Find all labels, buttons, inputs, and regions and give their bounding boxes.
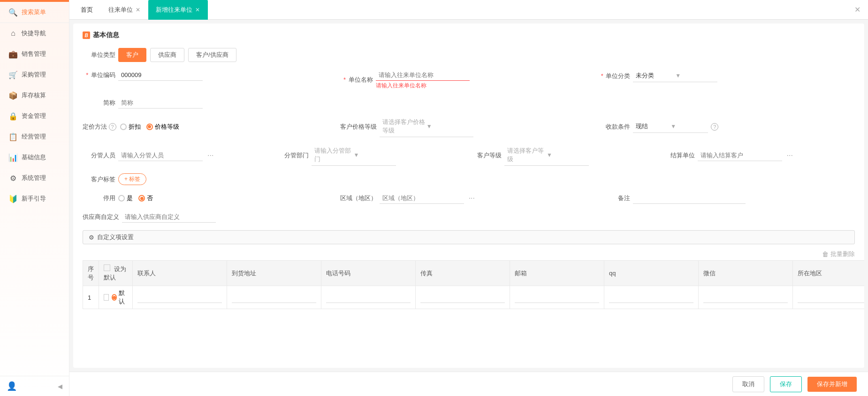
pricing-help-icon[interactable]: ? — [109, 123, 116, 131]
disabled-no-circle — [138, 195, 145, 202]
payment-terms-help-icon[interactable]: ? — [711, 123, 718, 131]
tab-partner-list-close[interactable]: ✕ — [136, 7, 140, 13]
row-checkbox[interactable] — [104, 294, 109, 301]
notes-input[interactable] — [633, 193, 746, 204]
pricing-radio-discount-label: 折扣 — [129, 123, 141, 131]
disabled-radio-yes[interactable]: 是 — [118, 194, 133, 202]
sidebar-item-basic-info[interactable]: 📊 基础信息 — [0, 147, 69, 168]
wechat-input[interactable] — [703, 292, 788, 303]
region-label: 区域（地区） — [340, 194, 377, 202]
select-all-checkbox[interactable] — [104, 264, 110, 271]
cell-email — [510, 286, 604, 309]
address-input[interactable] — [232, 292, 316, 303]
home-icon: ⌂ — [8, 29, 18, 38]
default-radio-circle — [112, 294, 117, 301]
sales-icon: 💼 — [8, 49, 18, 59]
short-name-input[interactable] — [118, 97, 203, 109]
cell-fax — [416, 286, 510, 309]
disabled-field: 停用 是 否 — [83, 194, 340, 202]
supplier-custom-label: 供应商自定义 — [83, 213, 119, 221]
purchase-icon: 🛒 — [8, 70, 18, 79]
sidebar-item-system[interactable]: ⚙ 系统管理 — [0, 168, 69, 188]
notes-label: 备注 — [597, 194, 630, 202]
type-btn-supplier[interactable]: 供应商 — [150, 48, 184, 62]
email-input[interactable] — [515, 292, 599, 303]
unit-name-error: 请输入往来单位名称 — [376, 82, 470, 90]
unit-category-select[interactable]: 未分类 ▼ — [633, 70, 717, 82]
fax-input[interactable] — [420, 292, 505, 303]
settlement-unit-more-button[interactable]: ··· — [785, 151, 795, 160]
pricing-radio-price-level[interactable]: 价格等级 — [146, 123, 179, 131]
cell-address — [227, 286, 321, 309]
batch-delete-label[interactable]: 批量删除 — [830, 250, 855, 258]
unit-code-field: * 单位编码 — [83, 70, 340, 81]
unit-category-value: 未分类 — [636, 71, 675, 80]
supplier-custom-input[interactable] — [122, 211, 216, 223]
contact-input[interactable] — [137, 292, 222, 303]
type-btn-customer[interactable]: 客户 — [118, 48, 146, 62]
settlement-unit-field: 结算单位 ··· — [662, 150, 855, 161]
sidebar-item-operations[interactable]: 📋 经营管理 — [0, 126, 69, 147]
type-btn-both[interactable]: 客户/供应商 — [188, 48, 236, 62]
tab-add-partner-close[interactable]: ✕ — [195, 7, 200, 13]
inventory-icon: 📦 — [8, 91, 18, 100]
sidebar-item-inventory[interactable]: 📦 库存核算 — [0, 85, 69, 106]
disabled-yes-label: 是 — [127, 194, 133, 202]
col-qq: qq — [604, 261, 699, 286]
manager-row: 分管人员 ··· 分管部门 请输入分管部门 ▼ 客户等级 请选择客户等级 ▼ 结… — [83, 145, 855, 166]
operations-icon: 📋 — [8, 132, 18, 141]
custom-settings-button[interactable]: ⚙ 自定义项设置 — [83, 230, 855, 244]
customer-price-level-select[interactable]: 请选择客户价格等级 ▼ — [380, 116, 473, 137]
phone-input[interactable] — [326, 292, 411, 303]
region-table-input[interactable] — [798, 292, 864, 303]
manager-more-button[interactable]: ··· — [206, 151, 215, 160]
tab-add-partner[interactable]: 新增往来单位 ✕ — [148, 0, 208, 20]
region-input[interactable] — [380, 193, 464, 204]
sidebar-item-search[interactable]: 🔍 搜索菜单 — [0, 2, 69, 23]
pricing-radio-price-level-label: 价格等级 — [155, 123, 179, 131]
tab-home[interactable]: 首页 — [73, 0, 101, 20]
payment-terms-field: 收款条件 现结 ▼ ? — [597, 120, 855, 133]
save-button[interactable]: 保存 — [770, 376, 802, 392]
payment-terms-select[interactable]: 现结 ▼ — [633, 120, 708, 133]
tab-add-partner-label: 新增往来单位 — [156, 6, 192, 14]
pricing-field: 定价方法 ? 折扣 价格等级 — [83, 123, 340, 131]
dept-select[interactable]: 请输入分管部门 ▼ — [312, 145, 396, 166]
region-field: 区域（地区） ··· — [340, 193, 598, 204]
sidebar-item-quick-nav[interactable]: ⌂ 快捷导航 — [0, 23, 69, 44]
add-tag-label: + 标签 — [124, 175, 140, 183]
table-header-row: 序号 设为默认 联系人 到货地址 电话号码 传真 邮箱 qq 微信 所在地区 操… — [83, 261, 865, 286]
sidebar-sales-label: 销售管理 — [22, 50, 46, 58]
sidebar-item-sales[interactable]: 💼 销售管理 — [0, 44, 69, 64]
cell-seq: 1 — [83, 286, 99, 309]
sidebar-item-finance[interactable]: 🔒 资金管理 — [0, 106, 69, 126]
add-tag-button[interactable]: + 标签 — [118, 173, 146, 185]
unit-name-input[interactable] — [376, 70, 470, 81]
pricing-radio-discount[interactable]: 折扣 — [120, 123, 141, 131]
sidebar-item-guide[interactable]: 🔰 新手引导 — [0, 188, 69, 209]
qq-input[interactable] — [609, 292, 693, 303]
col-contact: 联系人 — [133, 261, 227, 286]
manager-input[interactable] — [118, 150, 203, 161]
tag-row: 客户标签 + 标签 — [83, 173, 855, 185]
settlement-unit-input[interactable] — [698, 150, 782, 161]
col-region: 所在地区 — [793, 261, 865, 286]
col-fax: 传真 — [416, 261, 510, 286]
default-radio[interactable]: 默认 — [112, 289, 128, 306]
unit-code-input[interactable] — [118, 70, 203, 81]
sidebar-item-purchase[interactable]: 🛒 采购管理 — [0, 64, 69, 85]
close-all-tabs-button[interactable]: ✕ — [851, 3, 864, 16]
cancel-button[interactable]: 取消 — [732, 376, 764, 392]
system-icon: ⚙ — [8, 173, 18, 183]
expand-icon[interactable]: ◀ — [58, 383, 62, 390]
customer-level-select[interactable]: 请选择客户等级 ▼ — [504, 145, 589, 166]
tag-field: 客户标签 + 标签 — [83, 173, 855, 185]
col-address: 到货地址 — [227, 261, 321, 286]
region-more-button[interactable]: ··· — [467, 194, 477, 202]
tab-partner-list[interactable]: 往来单位 ✕ — [101, 0, 148, 20]
batch-delete-icon: 🗑 — [822, 250, 829, 258]
customer-price-level-label: 客户价格等级 — [340, 123, 377, 131]
disabled-radio-no[interactable]: 否 — [138, 194, 153, 202]
save-new-button[interactable]: 保存并新增 — [807, 377, 857, 392]
contacts-table: 序号 设为默认 联系人 到货地址 电话号码 传真 邮箱 qq 微信 所在地区 操… — [83, 260, 864, 309]
